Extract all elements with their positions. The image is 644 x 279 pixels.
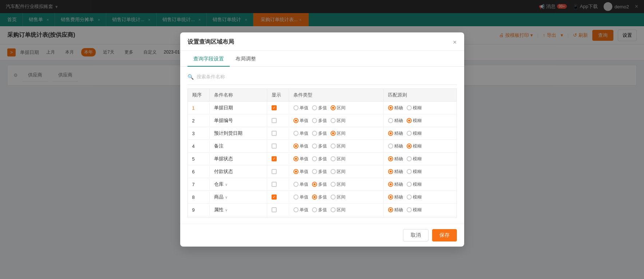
modal-close-btn[interactable]: × [453, 39, 457, 46]
row8-checkbox[interactable] [272, 194, 277, 200]
row8-range[interactable]: 区间 [331, 194, 345, 200]
col-name: 条件名称 [210, 89, 267, 101]
table-row: 3 预计到货日期 单值 [188, 127, 457, 140]
row6-checkbox[interactable] [272, 169, 277, 174]
row6-show [267, 166, 289, 177]
row2-fuzzy[interactable]: 模糊 [407, 118, 422, 124]
row4-name: 备注 [210, 140, 267, 152]
row8-match: 精确 模糊 [384, 191, 457, 203]
modal-tab-query-fields[interactable]: 查询字段设置 [187, 52, 230, 67]
save-button[interactable]: 保存 [432, 229, 457, 241]
row6-single[interactable]: 单值 [293, 169, 308, 175]
row6-match: 精确 模糊 [384, 166, 457, 178]
row6-exact[interactable]: 精确 [388, 169, 403, 175]
row1-checkbox-wrap [272, 105, 277, 110]
row4-single[interactable]: 单值 [293, 143, 308, 149]
row9-multi[interactable]: 多值 [312, 207, 327, 213]
row8-name: 商品 ∨ [210, 191, 267, 203]
row7-range[interactable]: 区间 [331, 181, 345, 188]
row9-range[interactable]: 区间 [331, 207, 345, 213]
row5-fuzzy[interactable]: 模糊 [407, 156, 422, 162]
modal-overlay: 设置查询区域布局 × 查询字段设置 布局调整 🔍 顺序 条件名称 显示 条件类型 [0, 0, 644, 279]
row6-fuzzy[interactable]: 模糊 [407, 169, 422, 175]
row9-single[interactable]: 单值 [293, 207, 308, 213]
row9-expand-icon[interactable]: ∨ [225, 208, 228, 212]
row3-exact[interactable]: 精确 [388, 130, 403, 137]
row6-multi[interactable]: 多值 [312, 169, 327, 175]
row8-single[interactable]: 单值 [293, 194, 308, 200]
row1-match-group: 精确 模糊 [388, 105, 422, 111]
row5-match: 精确 模糊 [384, 153, 457, 165]
row5-range[interactable]: 区间 [331, 156, 345, 162]
row7-expand-icon[interactable]: ∨ [225, 182, 228, 186]
row6-order: 6 [188, 166, 210, 177]
row6-range[interactable]: 区间 [331, 169, 345, 175]
modal-search-icon: 🔍 [187, 74, 194, 80]
row8-expand-icon[interactable]: ∨ [225, 195, 228, 199]
row1-type: 单值 多值 区间 [289, 102, 384, 114]
row4-range[interactable]: 区间 [331, 143, 345, 149]
row1-single-radio [293, 105, 299, 110]
row9-show [267, 204, 289, 215]
row2-checkbox[interactable] [272, 118, 277, 123]
table-row: 6 付款状态 单值 [188, 165, 457, 178]
modal-tab-layout-adjust[interactable]: 布局调整 [230, 52, 262, 67]
row4-multi[interactable]: 多值 [312, 143, 327, 149]
row3-checkbox[interactable] [272, 131, 277, 136]
row1-multi[interactable]: 多值 [312, 105, 327, 111]
row4-fuzzy[interactable]: 模糊 [407, 143, 422, 149]
row7-exact[interactable]: 精确 [388, 181, 403, 188]
row2-range[interactable]: 区间 [331, 118, 345, 124]
cancel-button[interactable]: 取消 [403, 229, 428, 241]
row4-checkbox[interactable] [272, 144, 277, 149]
row6-type: 单值 多值 区间 [289, 166, 384, 178]
row3-range[interactable]: 区间 [331, 130, 345, 137]
modal-footer: 取消 保存 [180, 224, 464, 247]
row1-checkbox[interactable] [272, 105, 277, 110]
row7-multi[interactable]: 多值 [312, 181, 327, 188]
row8-exact[interactable]: 精确 [388, 194, 403, 200]
row9-checkbox[interactable] [272, 207, 277, 212]
table-row: 10 有无商品图片 单值 [188, 216, 457, 218]
row7-checkbox[interactable] [272, 182, 277, 187]
col-order: 顺序 [188, 89, 210, 101]
row5-multi[interactable]: 多值 [312, 156, 327, 162]
row2-type: 单值 多值 区间 [289, 115, 384, 127]
modal-conditions-table: 顺序 条件名称 显示 条件类型 匹配原则 1 单据日期 [187, 89, 457, 218]
row3-multi[interactable]: 多值 [312, 130, 327, 137]
row1-single[interactable]: 单值 [293, 105, 308, 111]
row7-fuzzy[interactable]: 模糊 [407, 181, 422, 188]
row7-single[interactable]: 单值 [293, 181, 308, 188]
row4-exact[interactable]: 精确 [388, 143, 403, 149]
row8-multi[interactable]: 多值 [312, 194, 327, 200]
row9-match: 精确 模糊 [384, 204, 457, 216]
row5-checkbox[interactable] [272, 156, 277, 161]
row1-show [267, 102, 289, 113]
row1-range[interactable]: 区间 [331, 105, 345, 111]
row7-match: 精确 模糊 [384, 178, 457, 190]
row2-exact[interactable]: 精确 [388, 118, 403, 124]
row8-fuzzy[interactable]: 模糊 [407, 194, 422, 200]
row1-fuzzy[interactable]: 模糊 [407, 105, 422, 111]
row1-fuzzy-radio [407, 105, 412, 110]
table-row: 4 备注 单值 [188, 140, 457, 153]
row10-show [267, 217, 289, 218]
row2-multi[interactable]: 多值 [312, 118, 327, 124]
row9-order: 9 [188, 204, 210, 216]
col-type: 条件类型 [289, 89, 384, 101]
row5-exact[interactable]: 精确 [388, 156, 403, 162]
row9-fuzzy[interactable]: 模糊 [407, 207, 422, 213]
row2-single[interactable]: 单值 [293, 118, 308, 124]
row1-exact[interactable]: 精确 [388, 105, 403, 111]
row2-match: 精确 模糊 [384, 115, 457, 127]
row3-fuzzy[interactable]: 模糊 [407, 130, 422, 137]
row9-exact[interactable]: 精确 [388, 207, 403, 213]
modal-search-input[interactable] [194, 72, 457, 81]
row8-order: 8 [188, 192, 210, 203]
row5-show [267, 153, 289, 164]
row3-show [267, 128, 289, 139]
table-row: 5 单据状态 单值 [188, 153, 457, 165]
row3-single[interactable]: 单值 [293, 130, 308, 137]
row2-name: 单据编号 [210, 114, 267, 127]
row5-single[interactable]: 单值 [293, 156, 308, 162]
